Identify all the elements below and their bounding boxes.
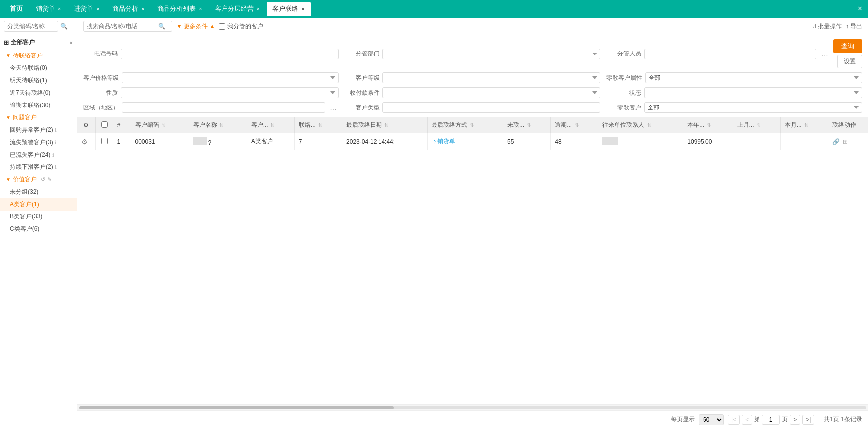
- row-gear-0[interactable]: ⚙: [77, 133, 95, 150]
- filter-bar: 🔍 ▼ 更多条件 ▲ 我分管的客户 ☑ 批量操作 ↑ 导出: [77, 18, 868, 35]
- nav-tab-customer-tier[interactable]: 客户分层经营×: [209, 2, 266, 16]
- not-contacted-column-header[interactable]: 未联... ⇅: [503, 117, 551, 133]
- last-month-column-header[interactable]: 上月... ⇅: [733, 117, 780, 133]
- scattered-select[interactable]: 全部: [644, 102, 862, 113]
- overdue-column-header[interactable]: 逾期... ⇅: [551, 117, 598, 133]
- action-link-icon-0[interactable]: 🔗: [832, 138, 840, 145]
- sidebar-item-0-1[interactable]: 明天待联络(1): [0, 74, 77, 87]
- close-tab-sales[interactable]: ×: [58, 6, 61, 12]
- status-select[interactable]: [644, 87, 862, 98]
- phone-input[interactable]: [121, 49, 339, 59]
- nature-label: 性质: [83, 89, 118, 97]
- close-tab-customer-tier[interactable]: ×: [257, 6, 260, 12]
- sidebar-item-0-3[interactable]: 逾期未联络(30): [0, 99, 77, 111]
- region-label: 区域（地区）: [83, 104, 119, 112]
- all-customers-label: 全部客户: [11, 38, 35, 47]
- refresh-icon-2[interactable]: ↺: [41, 176, 45, 183]
- select-all-checkbox[interactable]: [101, 121, 108, 128]
- close-all-tabs-button[interactable]: ×: [856, 2, 864, 15]
- sidebar-search-icon[interactable]: 🔍: [60, 23, 68, 30]
- contacts-sort-icon: ⇅: [318, 122, 322, 128]
- sidebar-item-0-0[interactable]: 今天待联络(0): [0, 62, 77, 74]
- nav-tab-sales[interactable]: 销货单×: [30, 2, 67, 16]
- tm-sort-icon: ⇅: [804, 122, 808, 128]
- last-contact-method-column-header[interactable]: 最后联络方式 ⇅: [428, 117, 503, 133]
- last-contact-date-column-header[interactable]: 最后联络日期 ⇅: [342, 117, 428, 133]
- filter-row-nature: 性质: [83, 87, 339, 98]
- sidebar-group-2[interactable]: ▼价值客户↺✎: [0, 173, 77, 186]
- info-icon: ℹ: [55, 164, 57, 170]
- filter-search-icon[interactable]: 🔍: [158, 23, 165, 30]
- arrow-icon-2: ▼: [6, 177, 11, 182]
- cp-sort-icon: ⇅: [647, 122, 651, 128]
- sidebar-item-1-0[interactable]: 回购异常客户(2)ℹ: [0, 124, 77, 136]
- person-more-button[interactable]: …: [819, 50, 830, 58]
- sidebar-item-1-2[interactable]: 已流失客户(24)ℹ: [0, 149, 77, 161]
- table-body: ⚙ 1 000031 ? A类客户 7 2023-04-12 14:44: 下销…: [77, 133, 868, 150]
- nav-tab-home[interactable]: 首页: [4, 2, 29, 16]
- filter-row-person: 分管人员 … 查询 设置: [606, 39, 862, 68]
- nav-tab-customer-contact[interactable]: 客户联络×: [267, 2, 310, 16]
- region-input[interactable]: [122, 102, 325, 113]
- row-checkbox-0[interactable]: [95, 133, 113, 150]
- settings-button[interactable]: 设置: [837, 55, 862, 68]
- payment-select[interactable]: [382, 87, 600, 98]
- type-column-header[interactable]: 客户... ⇅: [247, 117, 294, 133]
- close-tab-goods-list[interactable]: ×: [199, 6, 202, 12]
- customer-level-select[interactable]: [382, 72, 600, 83]
- index-column-header: #: [113, 117, 131, 133]
- first-page-button[interactable]: |<: [728, 415, 740, 425]
- customer-type-input[interactable]: [382, 102, 600, 113]
- sidebar-group-0[interactable]: ▼待联络客户: [0, 50, 77, 62]
- filter-row-customer-level: 客户等级: [345, 72, 600, 83]
- code-column-header[interactable]: 客户编码 ⇅: [131, 117, 189, 133]
- year-amount-column-header[interactable]: 本年... ⇅: [683, 117, 733, 133]
- last-page-button[interactable]: >|: [802, 415, 814, 425]
- scattered-attr-select[interactable]: 全部: [645, 72, 862, 83]
- this-month-column-header[interactable]: 本月... ⇅: [780, 117, 828, 133]
- nav-tab-goods-analysis[interactable]: 商品分析×: [107, 2, 150, 16]
- bulk-ops-button[interactable]: ☑ 批量操作: [811, 22, 842, 31]
- edit-icon-2[interactable]: ✎: [47, 176, 52, 183]
- all-customers-header[interactable]: ⊞ 全部客户 «: [0, 35, 77, 50]
- price-level-select[interactable]: [122, 72, 339, 83]
- contacts-column-header[interactable]: 联络... ⇅: [294, 117, 342, 133]
- nav-tab-purchase[interactable]: 进货单×: [68, 2, 105, 16]
- page-size-select[interactable]: 10 20 50 100: [699, 414, 724, 425]
- nature-select[interactable]: [121, 87, 339, 98]
- sidebar-item-0-2[interactable]: 近7天待联络(0): [0, 87, 77, 99]
- nav-tab-goods-list[interactable]: 商品分析列表×: [151, 2, 208, 16]
- more-conditions-button[interactable]: ▼ 更多条件 ▲: [176, 22, 215, 31]
- close-tab-purchase[interactable]: ×: [96, 6, 99, 12]
- sidebar-item-2-2[interactable]: B类客户(33): [0, 211, 77, 223]
- close-tab-customer-contact[interactable]: ×: [301, 6, 304, 12]
- dept-select[interactable]: [382, 49, 600, 59]
- sidebar-item-2-3[interactable]: C类客户(6): [0, 223, 77, 235]
- name-column-header[interactable]: 客户名称 ⇅: [189, 117, 247, 133]
- gear-column-header[interactable]: ⚙: [77, 117, 95, 133]
- sidebar-item-1-1[interactable]: 流失预警客户(3)ℹ: [0, 136, 77, 149]
- sidebar-item-1-3[interactable]: 持续下滑客户(2)ℹ: [0, 161, 77, 173]
- region-more-button[interactable]: …: [328, 104, 339, 111]
- sidebar-item-2-1[interactable]: A类客户(1): [0, 198, 77, 211]
- sidebar-search-input[interactable]: [4, 21, 58, 32]
- row-last-contact-method-0[interactable]: 下销货单: [428, 133, 503, 150]
- filter-search-input[interactable]: [87, 23, 156, 30]
- collapse-sidebar-button[interactable]: «: [69, 39, 73, 46]
- next-page-button[interactable]: >: [790, 415, 800, 425]
- sidebar-item-2-0[interactable]: 未分组(32): [0, 186, 77, 198]
- query-button[interactable]: 查询: [833, 39, 862, 53]
- page-number-input[interactable]: [762, 415, 780, 425]
- person-input[interactable]: [644, 49, 816, 59]
- horizontal-scrollbar[interactable]: [77, 404, 868, 410]
- export-button[interactable]: ↑ 导出: [846, 22, 862, 31]
- sidebar-group-1[interactable]: ▼问题客户: [0, 111, 77, 124]
- ya-sort-icon: ⇅: [707, 122, 711, 128]
- close-tab-goods-analysis[interactable]: ×: [141, 6, 144, 12]
- my-customers-check[interactable]: [219, 23, 225, 30]
- scrollbar-thumb[interactable]: [79, 406, 394, 409]
- action-qr-icon-0[interactable]: ⊞: [843, 138, 848, 145]
- my-customers-checkbox[interactable]: 我分管的客户: [219, 22, 263, 31]
- prev-page-button[interactable]: <: [742, 415, 752, 425]
- contact-person-column-header[interactable]: 往来单位联系人 ⇅: [598, 117, 683, 133]
